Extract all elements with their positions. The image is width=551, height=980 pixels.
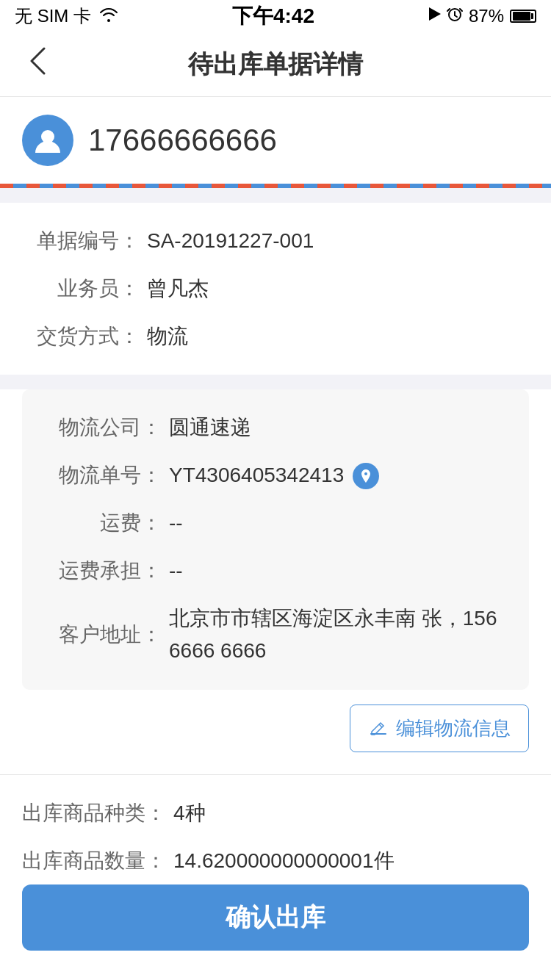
dashed-separator bbox=[0, 184, 551, 188]
salesman-label: 业务员： bbox=[22, 273, 140, 306]
order-number-row: 单据编号： SA-20191227-001 bbox=[22, 225, 529, 258]
alarm-icon bbox=[447, 6, 463, 26]
logistics-tracking-row: 物流单号： YT4306405342413 bbox=[44, 459, 507, 492]
logistics-address-row: 客户地址： 北京市市辖区海淀区永丰南 张，156 6666 6666 bbox=[44, 602, 507, 669]
salesman-value: 曾凡杰 bbox=[147, 273, 529, 306]
logistics-freight-row: 运费： -- bbox=[44, 507, 507, 540]
salesman-row: 业务员： 曾凡杰 bbox=[22, 273, 529, 306]
logistics-company-row: 物流公司： 圆通速递 bbox=[44, 411, 507, 444]
logistics-address-value: 北京市市辖区海淀区永丰南 张，156 6666 6666 bbox=[169, 602, 507, 669]
svg-line-2 bbox=[455, 15, 457, 17]
back-button[interactable] bbox=[22, 40, 53, 89]
edit-logistics-button[interactable]: 编辑物流信息 bbox=[350, 705, 529, 752]
confirm-btn-wrapper: 确认出库 bbox=[0, 870, 551, 980]
avatar bbox=[22, 115, 73, 166]
battery-icon bbox=[510, 10, 536, 23]
battery-percent: 87% bbox=[469, 6, 504, 26]
edit-btn-row: 编辑物流信息 bbox=[22, 705, 529, 752]
logistics-tracking-value: YT4306405342413 bbox=[169, 459, 507, 492]
page-title: 待出库单据详情 bbox=[188, 48, 363, 82]
goods-type-value: 4种 bbox=[173, 797, 529, 830]
logistics-section: 物流公司： 圆通速递 物流单号： YT4306405342413 运费： -- bbox=[0, 389, 551, 774]
status-time: 下午4:42 bbox=[232, 2, 314, 30]
logistics-bearer-row: 运费承担： -- bbox=[44, 555, 507, 588]
status-bar: 无 SIM 卡 下午4:42 bbox=[0, 0, 551, 32]
logistics-card: 物流公司： 圆通速递 物流单号： YT4306405342413 运费： -- bbox=[22, 389, 529, 690]
edit-icon bbox=[368, 718, 389, 739]
goods-type-row: 出库商品种类： 4种 bbox=[22, 797, 529, 830]
logistics-bearer-value: -- bbox=[169, 555, 507, 588]
logistics-company-label: 物流公司： bbox=[44, 411, 162, 444]
delivery-row: 交货方式： 物流 bbox=[22, 320, 529, 353]
tracking-location-icon[interactable] bbox=[353, 463, 379, 489]
order-info-section: 单据编号： SA-20191227-001 业务员： 曾凡杰 交货方式： 物流 bbox=[0, 203, 551, 375]
goods-type-label: 出库商品种类： bbox=[22, 797, 166, 830]
order-number-value: SA-20191227-001 bbox=[147, 225, 529, 258]
logistics-freight-value: -- bbox=[169, 507, 507, 540]
confirm-btn-label: 确认出库 bbox=[226, 901, 325, 934]
wifi-icon bbox=[98, 6, 119, 26]
logistics-bearer-label: 运费承担： bbox=[44, 555, 162, 588]
logistics-freight-label: 运费： bbox=[44, 507, 162, 540]
status-right: 87% bbox=[428, 6, 536, 26]
user-phone: 17666666666 bbox=[88, 123, 277, 158]
carrier-text: 无 SIM 卡 bbox=[15, 4, 91, 28]
edit-logistics-label: 编辑物流信息 bbox=[396, 716, 511, 741]
logistics-address-label: 客户地址： bbox=[44, 619, 162, 652]
confirm-outbound-button[interactable]: 确认出库 bbox=[22, 884, 529, 951]
delivery-label: 交货方式： bbox=[22, 320, 140, 353]
nav-bar: 待出库单据详情 bbox=[0, 32, 551, 97]
user-header: 17666666666 bbox=[0, 97, 551, 184]
status-left: 无 SIM 卡 bbox=[15, 4, 119, 28]
logistics-company-value: 圆通速递 bbox=[169, 411, 507, 444]
logistics-tracking-label: 物流单号： bbox=[44, 459, 162, 492]
delivery-value: 物流 bbox=[147, 320, 529, 353]
location-status-icon bbox=[428, 6, 441, 26]
order-number-label: 单据编号： bbox=[22, 225, 140, 258]
